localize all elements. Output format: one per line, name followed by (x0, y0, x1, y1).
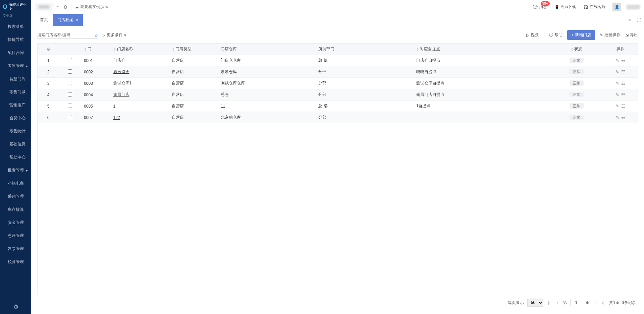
video-link[interactable]: ▷视频 (526, 32, 539, 38)
next-page-button[interactable]: › (593, 300, 597, 306)
more-icon[interactable]: ☷ (621, 104, 625, 109)
export-icon: ⇲ (625, 33, 629, 38)
company-selector[interactable]: XXXX (35, 3, 53, 11)
edit-icon: ✎ (600, 33, 603, 38)
sidebar-item[interactable]: 库存核算 (0, 203, 31, 216)
sidebar-item[interactable]: 发票管理 (0, 242, 31, 255)
header-code[interactable]: ▲▼门... (80, 44, 110, 55)
sidebar-item[interactable]: 项目合同 (0, 46, 31, 59)
more-icon[interactable]: ☷ (621, 92, 625, 97)
more-icon[interactable]: ☷ (621, 115, 625, 120)
avatar[interactable]: 👤 (612, 3, 621, 11)
sidebar-item[interactable]: 小畅电商 (0, 177, 31, 190)
sidebar-item[interactable]: 资金管理 (0, 216, 31, 229)
edit-icon[interactable]: ✎ (615, 115, 619, 120)
search-box: ⌕ (37, 32, 98, 39)
sidebar-item[interactable]: 零售商城 (0, 85, 31, 99)
edit-icon[interactable]: ✎ (615, 69, 619, 74)
close-panel-icon[interactable]: ✕ (627, 16, 633, 24)
page-input[interactable] (570, 299, 582, 306)
sidebar-item[interactable]: 搜索菜单 (0, 20, 31, 33)
sidebar-item[interactable]: 快捷导航 (0, 33, 31, 46)
search-icon[interactable]: ⌕ (95, 32, 98, 38)
store-link[interactable]: 测试仓库1 (113, 81, 132, 85)
sidebar-item[interactable]: 采购管理 (0, 190, 31, 203)
store-link[interactable]: 门店仓 (113, 58, 125, 63)
play-icon: ▷ (526, 33, 529, 38)
more-filters[interactable]: ▽ 更多条件 ▾ (102, 32, 126, 38)
cell-type: 自营店 (168, 78, 217, 89)
demo-link[interactable]: ☁ 我要看实例演示 (75, 4, 108, 10)
header-settings[interactable]: ⚙ (38, 44, 59, 55)
edit-icon[interactable]: ✎ (615, 104, 619, 109)
cell-code: 0003 (80, 78, 110, 89)
more-icon[interactable]: ☷ (621, 81, 625, 86)
sidebar-settings[interactable] (0, 301, 31, 314)
per-page-select[interactable]: 50 (527, 299, 543, 307)
search-input[interactable] (37, 33, 95, 37)
sidebar-menu: 搜索菜单快捷导航项目合同零售管理▲智慧门店零售商城营销推广会员中心零售统计基础信… (0, 20, 31, 301)
sidebar-item[interactable]: 零售统计 (0, 125, 31, 138)
header-type[interactable]: ▲▼门店类型 (168, 44, 217, 55)
store-link[interactable]: 1 (113, 104, 116, 109)
chevron-down-icon[interactable]: ﹀ (56, 4, 60, 10)
sidebar-item[interactable]: 零售管理▲ (0, 59, 31, 72)
add-store-button[interactable]: +新增门店 (567, 30, 595, 40)
more-icon[interactable]: ☷ (621, 69, 625, 74)
batch-button[interactable]: ✎批量操作 (600, 32, 621, 38)
row-checkbox[interactable] (68, 58, 72, 62)
divider (71, 4, 71, 10)
edit-icon[interactable]: ✎ (615, 92, 619, 97)
cell-warehouse: 测试仓库仓库 (217, 78, 315, 89)
first-page-button[interactable]: |‹ (547, 300, 552, 306)
row-checkbox[interactable] (68, 92, 72, 97)
last-page-button[interactable]: ›| (600, 300, 606, 306)
cell-op: ✎☷ (603, 101, 638, 112)
help-link[interactable]: ⓘ帮助 (549, 32, 562, 38)
row-checkbox[interactable] (68, 81, 72, 85)
app-download-button[interactable]: 📱 App下载 (554, 4, 576, 10)
export-button[interactable]: ⇲导出 (625, 32, 638, 38)
edit-icon[interactable]: ✎ (615, 58, 619, 63)
chevron-down-icon: ▾ (124, 33, 126, 38)
table-row: 40004南昌门店自营店总仓分部南昌门店自提点正常✎☷ (38, 89, 638, 101)
row-checkbox[interactable] (68, 115, 72, 119)
filter-icon: ▽ (102, 33, 105, 38)
messages-button[interactable]: 💬 消息 99+ (533, 4, 547, 10)
row-checkbox[interactable] (68, 104, 72, 108)
more-icon[interactable]: ☷ (621, 58, 625, 63)
fullscreen-icon[interactable]: ⛶ (635, 16, 642, 24)
header-pickup[interactable]: ▲▼对应自提点 (413, 44, 550, 55)
store-link[interactable]: 122 (113, 115, 120, 120)
close-icon[interactable]: × (75, 17, 78, 22)
store-link[interactable]: 嘉言路仓 (113, 69, 129, 74)
status-tag: 正常 (570, 92, 584, 97)
sidebar-item[interactable]: 总账管理 (0, 229, 31, 242)
brand-edition: 专业版 (0, 13, 31, 20)
sidebar-item[interactable]: 帮助中心 (0, 151, 31, 164)
cell-warehouse: 嘻嘻仓库 (217, 66, 315, 78)
cell-status: 正常 (550, 112, 603, 123)
row-checkbox[interactable] (68, 69, 72, 74)
pagination: 每页显示 50 |‹ ‹ 第 页 › ›| 共1页, 6条记录 (37, 295, 638, 310)
main: XXXX ﹀ ⚙ ☁ 我要看实例演示 💬 消息 99+ 📱 App下载 🎧 在线… (31, 0, 644, 314)
sidebar-item[interactable]: 智慧门店 (0, 72, 31, 85)
sidebar-item[interactable]: 会员中心 (0, 112, 31, 125)
sidebar-item[interactable]: 营销推广 (0, 99, 31, 112)
store-link[interactable]: 南昌门店 (113, 92, 129, 97)
sidebar-item[interactable]: 基础信息 (0, 138, 31, 151)
tab-store-archive[interactable]: 门店档案 × (53, 14, 83, 26)
tab-active-label: 门店档案 (57, 17, 73, 23)
header-name[interactable]: ▲▼门店名称 (110, 44, 169, 55)
header-status[interactable]: ▲▼状态 (550, 44, 603, 55)
customer-service-button[interactable]: 🎧 在线客服 (583, 4, 606, 10)
table-row: 20002嘉言路仓自营店嘻嘻仓库分部嘻嘻自提点正常✎☷ (38, 66, 638, 78)
header-warehouse: 门店仓库 (217, 44, 315, 55)
tab-home[interactable]: 首页 (35, 14, 53, 26)
edit-icon[interactable]: ✎ (615, 81, 619, 86)
prev-page-button[interactable]: ‹ (555, 300, 559, 306)
sidebar-item[interactable]: 批发管理▼ (0, 164, 31, 177)
settings-icon[interactable]: ⚙ (63, 4, 68, 10)
cell-checkbox (59, 66, 80, 78)
sidebar-item[interactable]: 税务管理 (0, 255, 31, 268)
